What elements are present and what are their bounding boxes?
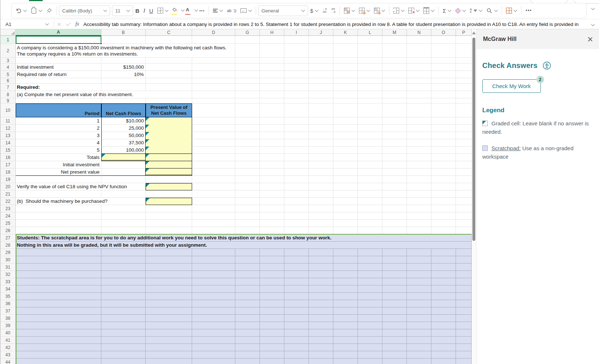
cell-I21[interactable] — [284, 190, 309, 198]
cell-I22[interactable] — [284, 198, 309, 205]
cell-P22[interactable] — [456, 198, 472, 205]
cell-D16[interactable] — [192, 154, 235, 161]
column-header-O[interactable]: O — [431, 29, 456, 36]
cell-I16[interactable] — [284, 154, 309, 161]
cell-J1[interactable] — [309, 36, 333, 44]
cell-D9[interactable] — [192, 98, 235, 103]
cell-H9[interactable] — [260, 98, 284, 103]
cell-A11[interactable]: 1 — [16, 117, 101, 125]
cell-N25[interactable] — [407, 220, 431, 227]
cell-N31[interactable] — [407, 263, 431, 271]
cell-D30[interactable] — [192, 256, 235, 263]
cell-G43[interactable] — [235, 351, 260, 359]
cell-P44[interactable] — [456, 359, 472, 364]
cell-N36[interactable] — [407, 300, 431, 307]
cell-J30[interactable] — [309, 256, 333, 263]
cell-C44[interactable] — [146, 359, 192, 364]
cell-P11[interactable] — [456, 117, 472, 125]
cell-M42[interactable] — [382, 344, 407, 351]
cell-A36[interactable] — [16, 300, 101, 307]
cell-C14[interactable] — [146, 139, 192, 147]
cell-M26[interactable] — [382, 227, 407, 234]
cell-L31[interactable] — [358, 263, 382, 271]
cell-L39[interactable] — [358, 322, 382, 329]
cell-P8[interactable] — [456, 91, 472, 98]
cell-O21[interactable] — [431, 190, 456, 198]
cell-K18[interactable] — [333, 168, 358, 176]
cell-L19[interactable] — [358, 176, 382, 183]
cell-I6[interactable] — [284, 78, 309, 84]
select-all-corner[interactable] — [0, 29, 16, 36]
cell-J2[interactable] — [309, 44, 333, 58]
cell-M22[interactable] — [382, 198, 407, 205]
undo-icon[interactable] — [14, 5, 29, 16]
cell-C34[interactable] — [146, 285, 192, 293]
cell-B34[interactable] — [101, 285, 146, 293]
cell-G2[interactable] — [235, 44, 260, 58]
cell-I19[interactable] — [284, 176, 309, 183]
cell-D32[interactable] — [192, 271, 235, 278]
cell-H6[interactable] — [260, 78, 284, 84]
cell-G44[interactable] — [235, 359, 260, 364]
cell-K36[interactable] — [333, 300, 358, 307]
close-icon[interactable] — [587, 37, 593, 42]
format-cells-icon[interactable] — [422, 5, 436, 16]
cell-A4[interactable]: Initial investment — [16, 64, 101, 71]
cell-C15[interactable] — [146, 147, 192, 154]
cell-I1[interactable] — [284, 36, 309, 44]
cell-B44[interactable] — [101, 359, 146, 364]
cell-N30[interactable] — [407, 256, 431, 263]
cell-N4[interactable] — [407, 64, 431, 71]
column-header-A[interactable]: A — [16, 29, 101, 36]
cell-D36[interactable] — [192, 300, 235, 307]
cell-G11[interactable] — [235, 117, 260, 125]
row-header-23[interactable]: 23 — [0, 205, 16, 212]
confirm-entry-icon[interactable] — [66, 21, 71, 26]
cell-L3[interactable] — [358, 58, 382, 64]
cell-I42[interactable] — [284, 344, 309, 351]
cell-H36[interactable] — [260, 300, 284, 307]
cell-M35[interactable] — [382, 293, 407, 300]
cell-C11[interactable] — [146, 117, 192, 125]
cell-M21[interactable] — [382, 190, 407, 198]
cell-L20[interactable] — [358, 183, 382, 190]
font-size-select[interactable]: 11 — [112, 5, 133, 16]
cell-O17[interactable] — [431, 161, 456, 168]
cell-D14[interactable] — [192, 139, 235, 147]
cell-I35[interactable] — [284, 293, 309, 300]
cell-D6[interactable] — [192, 78, 235, 84]
cell-P31[interactable] — [456, 263, 472, 271]
cell-I11[interactable] — [284, 117, 309, 125]
cell-P20[interactable] — [456, 183, 472, 190]
cell-D29[interactable] — [192, 249, 235, 256]
row-header-22[interactable]: 22 — [0, 198, 16, 205]
cell-M7[interactable] — [382, 84, 407, 91]
cell-H24[interactable] — [260, 212, 284, 220]
cell-D1[interactable] — [192, 36, 235, 44]
column-header-M[interactable]: M — [382, 29, 407, 36]
cell-K19[interactable] — [333, 176, 358, 183]
cell-O36[interactable] — [431, 300, 456, 307]
cell-N18[interactable] — [407, 168, 431, 176]
cell-M20[interactable] — [382, 183, 407, 190]
row-header-16[interactable]: 16 — [0, 154, 16, 161]
row-header-15[interactable]: 15 — [0, 147, 16, 154]
column-header-B[interactable]: B — [101, 29, 146, 36]
cell-D43[interactable] — [192, 351, 235, 359]
cell-D24[interactable] — [192, 212, 235, 220]
cell-H33[interactable] — [260, 278, 284, 285]
cell-L33[interactable] — [358, 278, 382, 285]
cell-B5[interactable]: 10% — [101, 71, 146, 78]
cell-H4[interactable] — [260, 64, 284, 71]
cell-J44[interactable] — [309, 359, 333, 364]
cell-N10[interactable] — [407, 103, 431, 117]
row-header-40[interactable]: 40 — [0, 329, 16, 337]
cell-K42[interactable] — [333, 344, 358, 351]
cell-M3[interactable] — [382, 58, 407, 64]
row-header-30[interactable]: 30 — [0, 256, 16, 263]
scratchpad-link[interactable]: Scratchpad: — [491, 145, 521, 151]
cell-A18[interactable]: Net present value — [16, 168, 101, 176]
cell-L18[interactable] — [358, 168, 382, 176]
cell-L29[interactable] — [358, 249, 382, 256]
cell-H25[interactable] — [260, 220, 284, 227]
